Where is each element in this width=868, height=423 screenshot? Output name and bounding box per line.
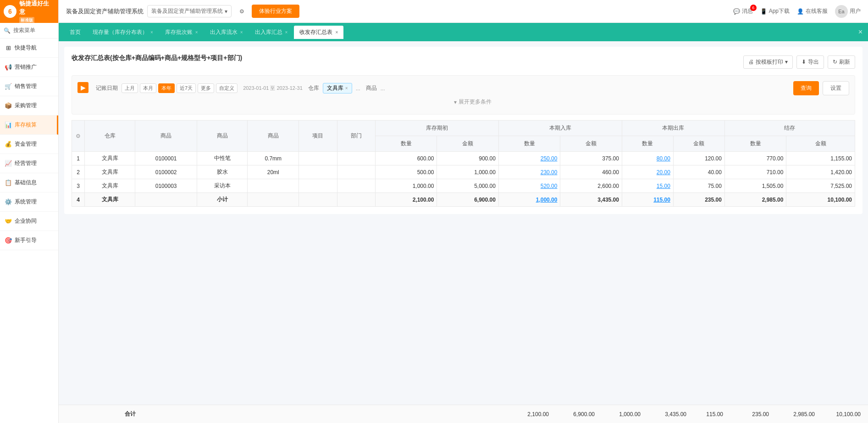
sidebar-item-label: 经营管理 — [15, 159, 37, 167]
col-product-spec-header: 商品 — [248, 121, 299, 152]
date-btn-this-year[interactable]: 本年 — [158, 83, 175, 93]
filter-settings-button[interactable]: 设置 — [823, 81, 849, 95]
row-no: 4 — [72, 193, 85, 207]
sidebar-item-finance[interactable]: 💰 资金管理 — [0, 135, 58, 154]
print-icon: 🖨 — [748, 59, 754, 65]
settings-button[interactable]: ⚙ — [235, 5, 248, 18]
sidebar-item-system[interactable]: ⚙️ 系统管理 — [0, 192, 58, 212]
row-in-qty[interactable]: 520.00 — [498, 179, 560, 193]
row-in-qty[interactable]: 1,000.00 — [498, 193, 560, 207]
tab-home-label: 首页 — [70, 28, 81, 36]
product-more[interactable]: ... — [381, 85, 385, 92]
row-in-qty[interactable]: 250.00 — [498, 152, 560, 165]
refresh-label: 刷新 — [839, 58, 850, 66]
warehouse-more[interactable]: ... — [356, 85, 360, 92]
system-dropdown[interactable]: 装备及固定资产辅助管理系统 ▾ — [147, 5, 232, 17]
date-btn-this-month[interactable]: 本月 — [140, 83, 156, 93]
column-settings-icon[interactable]: ⚙ — [76, 133, 81, 139]
online-service-label: 在线客服 — [806, 7, 828, 15]
export-icon: ⬇ — [802, 59, 806, 65]
row-in-qty[interactable]: 230.00 — [498, 165, 560, 179]
row-out-qty[interactable]: 80.00 — [622, 152, 673, 165]
trial-button[interactable]: 体验行业方案 — [252, 5, 299, 18]
tab-batch-close[interactable]: × — [195, 30, 198, 35]
app-download-label: App下载 — [769, 7, 790, 15]
date-btn-custom[interactable]: 自定义 — [216, 83, 238, 93]
tab-batch[interactable]: 库存批次账 × — [160, 26, 204, 39]
row-product-name: 采访本 — [197, 179, 247, 193]
tab-home[interactable]: 首页 — [64, 26, 86, 39]
purchase-icon: 📦 — [5, 102, 12, 110]
row-out-qty[interactable]: 15.00 — [622, 179, 673, 193]
sidebar-item-label: 企业协同 — [15, 217, 37, 225]
print-label: 按模板打印 — [756, 58, 783, 66]
sidebar-item-sales[interactable]: 🛒 销售管理 — [0, 77, 58, 96]
row-out-qty[interactable]: 20.00 — [622, 165, 673, 179]
refresh-button[interactable]: ↻ 刷新 — [828, 55, 855, 69]
tab-inventory-dist[interactable]: 现存量（库存分布表） × — [87, 26, 159, 39]
tab-inventory-dist-close[interactable]: × — [150, 30, 153, 35]
user-menu[interactable]: Ea 用户 — [835, 5, 861, 18]
message-button[interactable]: 💬 消息 6 — [733, 7, 753, 15]
tab-summary-label: 出入库汇总 — [255, 28, 282, 36]
row-closing-amt: 10,100.00 — [786, 193, 855, 207]
table-row: 3文具库0100003采访本1,000.005,000.00520.002,60… — [72, 179, 855, 193]
tab-inventory-dist-label: 现存量（库存分布表） — [93, 28, 148, 36]
logo: 6 畅捷通好生意 标准版 — [0, 0, 58, 23]
newbie-icon: 🎯 — [5, 237, 12, 244]
col-settings: ⚙ — [72, 121, 85, 152]
sidebar-item-quick-nav[interactable]: ⊞ 快捷导航 — [0, 38, 58, 58]
tab-bar-close[interactable]: × — [858, 28, 862, 36]
header-left: 装备及固定资产辅助管理系统 装备及固定资产辅助管理系统 ▾ ⚙ 体验行业方案 — [66, 5, 299, 18]
date-btn-more[interactable]: 更多 — [198, 83, 214, 93]
date-btn-7days[interactable]: 近7天 — [177, 83, 196, 93]
col-out-amt-header: 金额 — [673, 136, 724, 152]
tab-recv-send-close[interactable]: × — [335, 30, 338, 35]
tab-summary-close[interactable]: × — [285, 30, 288, 35]
row-out-amt: 235.00 — [673, 193, 724, 207]
sidebar-item-operations[interactable]: 📈 经营管理 — [0, 154, 58, 173]
search-menu[interactable]: 🔍 搜索菜单 — [0, 23, 58, 38]
row-project — [299, 152, 337, 165]
warehouse-tag-close[interactable]: × — [345, 86, 348, 91]
online-service-button[interactable]: 👤 在线客服 — [797, 7, 828, 15]
col-opening-header: 库存期初 — [375, 121, 498, 136]
date-btn-last-month[interactable]: 上月 — [122, 83, 138, 93]
filter-row: 记账日期 上月 本月 本年 近7天 更多 自定义 2023-01-01 至 20… — [96, 81, 849, 95]
sidebar-item-marketing[interactable]: 📢 营销推广 — [0, 58, 58, 77]
tab-bar: 首页 现存量（库存分布表） × 库存批次账 × 出入库流水 × 出入库汇总 × … — [59, 23, 868, 41]
warehouse-tag[interactable]: 文具库 × — [323, 83, 352, 93]
filter-expand-button[interactable]: ▶ — [77, 82, 88, 93]
tab-flow-close[interactable]: × — [240, 30, 243, 35]
product-filter-label: 商品 — [366, 84, 377, 92]
col-project-header: 项目 — [299, 121, 337, 152]
sidebar-item-label: 资金管理 — [15, 140, 37, 148]
tab-flow[interactable]: 出入库流水 × — [205, 26, 249, 39]
page-content: 收发存汇总表(按仓库+商品编码+商品+规格型号+项目+部门) 🖨 按模板打印 ▾… — [59, 41, 868, 405]
tab-flow-label: 出入库流水 — [210, 28, 238, 36]
export-button[interactable]: ⬇ 导出 — [796, 55, 824, 69]
tab-summary[interactable]: 出入库汇总 × — [249, 26, 293, 39]
sidebar-item-newbie[interactable]: 🎯 新手引导 — [0, 231, 58, 250]
expand-more-button[interactable]: ▾ 展开更多条件 — [96, 95, 849, 109]
row-product-name: 小计 — [197, 193, 247, 207]
sidebar-item-label: 销售管理 — [15, 82, 37, 90]
row-opening-qty: 2,100.00 — [375, 193, 437, 207]
sidebar-item-inventory[interactable]: 📊 库存核算 — [0, 115, 58, 135]
chevron-down-icon: ▾ — [785, 59, 788, 65]
row-opening-amt: 1,000.00 — [437, 165, 499, 179]
query-button[interactable]: 查询 — [793, 81, 819, 95]
print-button[interactable]: 🖨 按模板打印 ▾ — [743, 55, 793, 69]
app-download-button[interactable]: 📱 App下载 — [760, 7, 790, 15]
sidebar-item-enterprise[interactable]: 🤝 企业协同 — [0, 212, 58, 231]
footer-out-qty: 115.00 — [686, 411, 723, 418]
row-product-name: 中性笔 — [197, 152, 247, 165]
tab-recv-send[interactable]: 收发存汇总表 × — [294, 26, 343, 39]
main-area: 装备及固定资产辅助管理系统 装备及固定资产辅助管理系统 ▾ ⚙ 体验行业方案 💬… — [59, 0, 868, 423]
sidebar-item-basic-info[interactable]: 📋 基础信息 — [0, 173, 58, 192]
row-out-qty[interactable]: 115.00 — [622, 193, 673, 207]
sidebar-item-purchase[interactable]: 📦 采购管理 — [0, 96, 58, 115]
row-product-code: 0100002 — [135, 165, 197, 179]
sidebar-item-label: 基础信息 — [15, 179, 37, 187]
row-opening-amt: 900.00 — [437, 152, 499, 165]
